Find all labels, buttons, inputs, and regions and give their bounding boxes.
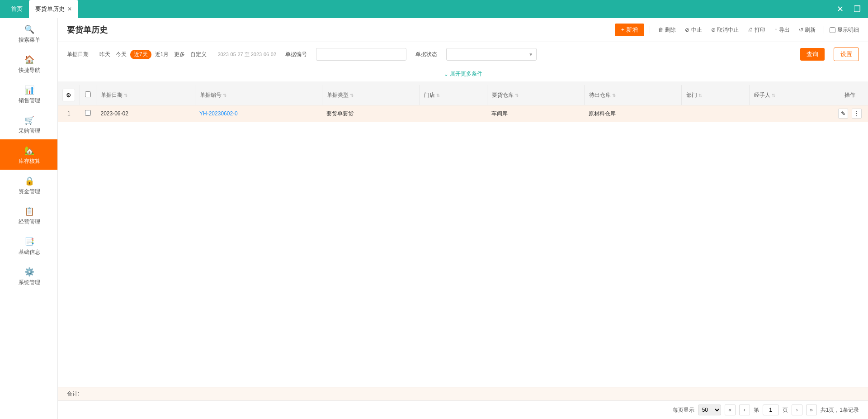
- page-unit-label: 页: [783, 406, 788, 414]
- row-delete-button[interactable]: ⋮: [852, 109, 862, 119]
- expand-more-icon: ⌄: [444, 71, 448, 77]
- sort-req-warehouse-icon: ⇅: [515, 93, 519, 98]
- finance-mgmt-icon: 🔒: [24, 176, 34, 186]
- status-select[interactable]: [446, 48, 537, 61]
- display-detail-checkbox[interactable]: [830, 27, 835, 33]
- top-bar: 首页 要货单历史 ✕ ✕ ❐: [0, 0, 868, 18]
- total-label: 合计:: [67, 390, 79, 397]
- date-btn-7days[interactable]: 近7天: [130, 50, 151, 59]
- sidebar-item-inventory-calc[interactable]: 🏡 库存核算: [0, 139, 57, 170]
- page-number-input[interactable]: [763, 405, 779, 415]
- main-content: 要货单历史 + 新增 🗑 删除 ⊘ 中止 ⊘ 取消中止 🖨 打印 ↑ 导出 ↺ …: [58, 18, 868, 419]
- page-header: 要货单历史 + 新增 🗑 删除 ⊘ 中止 ⊘ 取消中止 🖨 打印 ↑ 导出 ↺ …: [58, 18, 868, 42]
- cell-doc-date: 2023-06-02: [96, 105, 195, 122]
- settings-button[interactable]: 设置: [834, 48, 859, 61]
- row-edit-button[interactable]: ✎: [838, 109, 848, 119]
- cell-dept: [681, 105, 749, 122]
- sidebar-item-label: 系统管理: [19, 279, 40, 286]
- print-button[interactable]: 🖨 打印: [745, 24, 768, 36]
- tab-requisition-history[interactable]: 要货单历史 ✕: [29, 0, 78, 18]
- cancel-stop-button[interactable]: ⊘ 取消中止: [708, 24, 741, 36]
- basic-info-icon: 📑: [24, 237, 34, 247]
- doc-no-input[interactable]: [316, 48, 406, 61]
- last-page-btn[interactable]: »: [806, 405, 817, 415]
- col-doc-type[interactable]: 单据类型⇅: [322, 85, 419, 105]
- doc-no-link[interactable]: YH-20230602-0: [199, 110, 238, 117]
- toolbar-divider: [650, 26, 650, 33]
- sales-mgmt-icon: 📊: [24, 85, 34, 95]
- toolbar-divider2: [824, 26, 824, 33]
- select-all-checkbox[interactable]: [85, 91, 91, 97]
- col-store[interactable]: 门店⇅: [419, 85, 487, 105]
- system-mgmt-icon: ⚙️: [24, 267, 34, 277]
- date-range-text: 2023-05-27 至 2023-06-02: [217, 51, 276, 58]
- table-row: 1 2023-06-02 YH-20230602-0 要货单要货 车间库 原材料…: [58, 105, 868, 122]
- status-select-wrapper: ▼: [446, 48, 537, 61]
- footer-total: 合计:: [58, 387, 868, 400]
- col-req-warehouse[interactable]: 要货仓库⇅: [487, 85, 584, 105]
- date-btn-yesterday[interactable]: 昨天: [98, 50, 112, 59]
- tab-close-icon[interactable]: ✕: [67, 6, 72, 12]
- row-checkbox[interactable]: [85, 110, 91, 116]
- quick-nav-icon: 🏠: [24, 55, 34, 65]
- sort-dept-icon: ⇅: [698, 93, 702, 98]
- col-doc-date[interactable]: 单据日期⇅: [96, 85, 195, 105]
- sidebar-item-sales-mgmt[interactable]: 📊 销售管理: [0, 79, 57, 109]
- sidebar-item-label: 采购管理: [19, 127, 40, 135]
- window-restore-btn[interactable]: ❐: [851, 3, 863, 15]
- cell-checkbox: [80, 105, 96, 122]
- query-button[interactable]: 查询: [800, 48, 825, 61]
- sidebar-item-purchase-mgmt[interactable]: 🛒 采购管理: [0, 109, 57, 139]
- cell-index: 1: [58, 105, 80, 122]
- first-page-btn[interactable]: «: [725, 405, 736, 415]
- cell-doc-no: YH-20230602-0: [195, 105, 322, 122]
- cell-store: [419, 105, 487, 122]
- col-actions: 操作: [832, 85, 868, 105]
- table-gear-button[interactable]: ⚙: [62, 89, 75, 101]
- sidebar-item-quick-nav[interactable]: 🏠 快捷导航: [0, 48, 57, 79]
- sidebar-item-label: 资金管理: [19, 188, 40, 195]
- toolbar: + 新增 🗑 删除 ⊘ 中止 ⊘ 取消中止 🖨 打印 ↑ 导出 ↺ 刷新 显示明…: [615, 24, 859, 42]
- refresh-button[interactable]: ↺ 刷新: [796, 24, 818, 36]
- sidebar-item-basic-info[interactable]: 📑 基础信息: [0, 230, 57, 261]
- sidebar-item-search-menu[interactable]: 🔍 搜索菜单: [0, 18, 57, 48]
- stop-button[interactable]: ⊘ 中止: [682, 24, 704, 36]
- total-info: 共1页，1条记录: [821, 406, 859, 414]
- filter-row: 单据日期 昨天 今天 近7天 近1月 更多 自定义 2023-05-27 至 2…: [67, 48, 859, 67]
- cell-actions: ✎ ⋮: [832, 105, 868, 122]
- display-detail-toggle[interactable]: 显示明细: [830, 26, 859, 34]
- sort-doc-no-icon: ⇅: [223, 93, 226, 98]
- date-btn-custom[interactable]: 自定义: [189, 50, 208, 59]
- export-button[interactable]: ↑ 导出: [772, 24, 792, 36]
- date-btn-more[interactable]: 更多: [172, 50, 187, 59]
- col-pending-warehouse[interactable]: 待出仓库⇅: [584, 85, 681, 105]
- col-handler[interactable]: 经手人⇅: [749, 85, 832, 105]
- sidebar: 🔍 搜索菜单 🏠 快捷导航 📊 销售管理 🛒 采购管理 🏡 库存核算 🔒 资金管…: [0, 18, 58, 419]
- sort-handler-icon: ⇅: [772, 93, 775, 98]
- table-header-row: ⚙ 单据日期⇅ 单据编号⇅ 单据类型⇅: [58, 85, 868, 105]
- window-close-btn[interactable]: ✕: [834, 3, 846, 15]
- sort-pending-warehouse-icon: ⇅: [612, 93, 616, 98]
- filter-area: 单据日期 昨天 今天 近7天 近1月 更多 自定义 2023-05-27 至 2…: [58, 42, 868, 81]
- new-button[interactable]: + 新增: [615, 24, 644, 36]
- date-btn-today[interactable]: 今天: [114, 50, 128, 59]
- tab-home[interactable]: 首页: [5, 0, 29, 18]
- col-dept[interactable]: 部门⇅: [681, 85, 749, 105]
- inventory-calc-icon: 🏡: [24, 146, 34, 156]
- expand-more-btn[interactable]: ⌄ 展开更多条件: [67, 67, 859, 81]
- sidebar-item-label: 经营管理: [19, 218, 40, 226]
- sidebar-item-system-mgmt[interactable]: ⚙️ 系统管理: [0, 261, 57, 291]
- col-doc-no[interactable]: 单据编号⇅: [195, 85, 322, 105]
- date-btn-1month[interactable]: 近1月: [153, 50, 171, 59]
- table-area: ⚙ 单据日期⇅ 单据编号⇅ 单据类型⇅: [58, 85, 868, 387]
- delete-button[interactable]: 🗑 删除: [656, 24, 679, 36]
- prev-page-btn[interactable]: ‹: [739, 405, 750, 415]
- sort-doc-date-icon: ⇅: [124, 93, 127, 98]
- top-right-controls: ✕ ❐: [834, 3, 863, 15]
- sidebar-item-finance-mgmt[interactable]: 🔒 资金管理: [0, 170, 57, 200]
- cell-pending-warehouse: 原材料仓库: [584, 105, 681, 122]
- next-page-btn[interactable]: ›: [792, 405, 802, 415]
- page-size-select[interactable]: 10 20 50 100: [698, 405, 721, 415]
- sidebar-item-operations-mgmt[interactable]: 📋 经营管理: [0, 200, 57, 230]
- doc-no-label: 单据编号: [285, 51, 307, 58]
